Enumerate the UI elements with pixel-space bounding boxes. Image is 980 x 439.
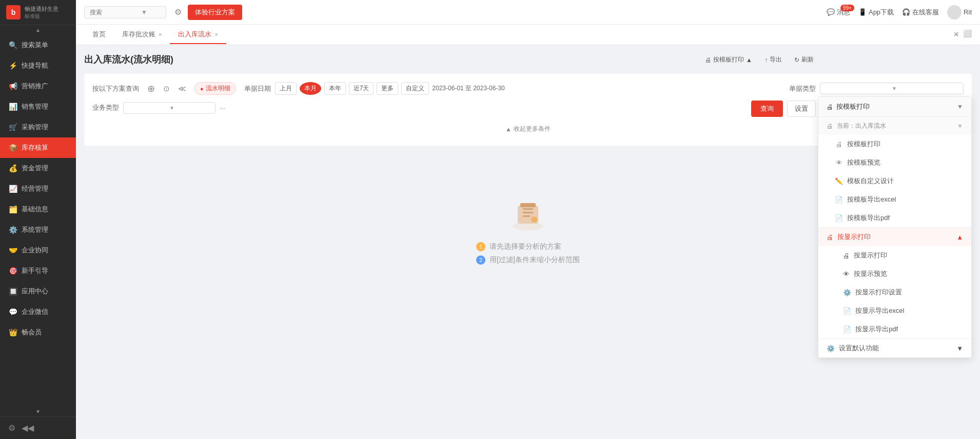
dropdown-header: 🖨 按模板打印 ▼ [818, 97, 971, 117]
sales-icon: 📊 [8, 102, 17, 111]
marketing-icon: 📢 [8, 82, 17, 91]
dropdown-sub-item-display-excel[interactable]: 📄 按显示导出excel [818, 302, 971, 320]
tab-batch[interactable]: 库存批次账 × [114, 26, 170, 44]
display-preview-sub-icon: 👁 [843, 270, 850, 278]
filter-business-type-field: 业务类型 ▼ ··· [92, 102, 225, 114]
guide-icon: 🎯 [8, 266, 17, 275]
app-download-btn[interactable]: 📱 App下载 [858, 8, 894, 17]
topbar-right: 💬 消息 99+ 📱 App下载 🎧 在线客服 Rit [827, 5, 972, 19]
step-1-num: 1 [476, 242, 485, 251]
sidebar-item-quick-nav[interactable]: ⚡ 快捷导航 [0, 55, 76, 76]
print-icon: 🖨 [827, 103, 833, 111]
refresh-icon: ↻ [794, 56, 799, 64]
sidebar-item-operation[interactable]: 📈 经营管理 [0, 178, 76, 199]
logo-text: 畅捷通好生意 标准版 [25, 5, 58, 19]
current-label-icon: 🖨 [827, 123, 833, 130]
print-dropdown-panel: 🖨 按模板打印 ▼ 🖨 当前：出入库流水 ▼ 🖨 按模板打印 [818, 96, 972, 358]
message-btn[interactable]: 💬 消息 99+ [827, 8, 850, 17]
close-window-icon[interactable]: × [953, 29, 959, 40]
sidebar-item-inventory[interactable]: 📦 库存核算 [0, 137, 76, 158]
sidebar-item-purchase[interactable]: 🛒 采购管理 [0, 117, 76, 137]
system-icon: ⚙️ [8, 225, 17, 234]
dropdown-item-template-print[interactable]: 🖨 按模板打印 [818, 135, 971, 153]
display-print-section-header[interactable]: 🖨 按显示打印 ▲ [818, 228, 971, 246]
tab-flow[interactable]: 出入库流水 × [170, 26, 226, 44]
tab-home[interactable]: 首页 [84, 26, 114, 44]
search-input[interactable] [90, 9, 141, 16]
date-btn-last-month[interactable]: 上月 [275, 82, 297, 95]
export-btn[interactable]: ↑ 导出 [760, 53, 786, 66]
tab-flow-close[interactable]: × [214, 31, 218, 37]
refresh-btn[interactable]: ↻ 刷新 [790, 53, 818, 66]
sidebar-item-search[interactable]: 🔍 搜索菜单 [0, 35, 76, 55]
dropdown-item-template-preview[interactable]: 👁 按模板预览 [818, 153, 971, 172]
search-box[interactable]: ▼ [84, 6, 166, 18]
date-btn-last-7-days[interactable]: 近7天 [349, 82, 374, 95]
topbar-gear-icon[interactable]: ⚙ [174, 7, 182, 17]
display-print-sub-icon: 🖨 [843, 252, 850, 260]
business-type-label: 业务类型 [92, 103, 119, 112]
template-print-arrow-up: ▲ [746, 56, 752, 64]
filter-add-icon[interactable]: ⊕ [147, 83, 155, 94]
template-print-btn[interactable]: 🖨 按模板打印 ▲ [701, 53, 756, 66]
template-pdf-item-icon: 📄 [835, 214, 843, 222]
doc-type-select[interactable]: ▼ [820, 83, 964, 94]
dropdown-item-template-excel[interactable]: 📄 按模板导出excel [818, 190, 971, 209]
filter-settings-icon[interactable]: ⊙ [163, 84, 170, 93]
industry-btn[interactable]: 体验行业方案 [188, 5, 242, 20]
tab-batch-close[interactable]: × [159, 31, 162, 37]
tabbar: 首页 库存批次账 × 出入库流水 × × ⬜ [76, 25, 980, 45]
svg-rect-4 [523, 212, 533, 213]
date-btn-this-year[interactable]: 本年 [324, 82, 346, 95]
sidebar-item-finance[interactable]: 💰 资金管理 [0, 158, 76, 178]
settings-bottom-icon[interactable]: ⚙ [8, 423, 15, 433]
online-service-btn[interactable]: 🎧 在线客服 [902, 8, 939, 17]
sidebar-item-app-center[interactable]: 🔲 应用中心 [0, 281, 76, 302]
dropdown-item-template-pdf[interactable]: 📄 按模板导出pdf [818, 209, 971, 227]
sidebar-item-marketing[interactable]: 📢 营销推广 [0, 76, 76, 96]
dropdown-sub-item-display-settings[interactable]: ⚙️ 按显示打印设置 [818, 283, 971, 302]
business-type-more-icon[interactable]: ··· [220, 104, 225, 112]
maximize-window-icon[interactable]: ⬜ [963, 29, 972, 40]
display-section-arrow: ▲ [956, 233, 963, 241]
tab-window-controls: × ⬜ [953, 29, 972, 40]
display-print-section: 🖨 按显示打印 ▲ 🖨 按显示打印 👁 按显示预览 ⚙️ [818, 227, 971, 338]
filter-tag-flow[interactable]: ● 流水明细 [194, 82, 236, 95]
display-settings-sub-icon: ⚙️ [843, 289, 851, 296]
empty-step-1: 1 请先选择要分析的方案 [476, 242, 580, 251]
query-button[interactable]: 查询 [751, 101, 783, 117]
collapse-sidebar-icon[interactable]: ◀◀ [22, 423, 34, 433]
date-btn-current-month[interactable]: 本月 [300, 82, 321, 95]
sidebar-item-sales[interactable]: 📊 销售管理 [0, 96, 76, 117]
sidebar-item-cooperation[interactable]: 🤝 企业协同 [0, 240, 76, 261]
message-icon: 💬 [827, 8, 835, 16]
svg-point-6 [531, 216, 537, 223]
sidebar-item-system[interactable]: ⚙️ 系统管理 [0, 220, 76, 240]
sidebar-item-guide[interactable]: 🎯 新手引导 [0, 261, 76, 281]
user-avatar-btn[interactable]: Rit [947, 5, 972, 19]
content-area: 出入库流水(流水明细) 🖨 按模板打印 ▲ ↑ 导出 ↻ 刷新 [76, 45, 980, 439]
sidebar-item-member[interactable]: 👑 畅会员 [0, 322, 76, 343]
current-label-arrow: ▼ [957, 123, 963, 130]
settings-button[interactable]: 设置 [787, 101, 816, 117]
sidebar-scroll-up[interactable]: ▲ [0, 25, 76, 35]
dropdown-item-template-custom[interactable]: ✏️ 模板自定义设计 [818, 172, 971, 190]
sidebar-item-basic[interactable]: 🗂️ 基础信息 [0, 199, 76, 220]
empty-steps: 1 请先选择要分析的方案 2 用[过滤]条件来缩小分析范围 [476, 242, 580, 265]
sidebar-item-wechat[interactable]: 💬 企业微信 [0, 302, 76, 322]
date-btn-custom[interactable]: 自定义 [401, 82, 429, 95]
page-title: 出入库流水(流水明细) [84, 53, 972, 66]
search-dropdown-icon[interactable]: ▼ [141, 9, 147, 16]
basic-icon: 🗂️ [8, 205, 17, 214]
dropdown-header-arrow[interactable]: ▼ [957, 103, 963, 110]
business-type-select[interactable]: ▼ [123, 102, 215, 114]
dropdown-footer[interactable]: ⚙️ 设置默认功能 ▼ [818, 338, 971, 357]
filter-date-field: 单据日期 上月 本月 本年 近7天 更多 自定义 2023-06-01 至 20… [244, 82, 505, 95]
sidebar-scroll-down[interactable]: ▼ [0, 407, 76, 416]
dropdown-sub-item-display-print[interactable]: 🖨 按显示打印 [818, 246, 971, 265]
date-btn-more[interactable]: 更多 [377, 82, 398, 95]
doc-type-label: 单据类型 [789, 84, 816, 93]
filter-collapse-icon[interactable]: ≪ [178, 84, 186, 93]
dropdown-sub-item-display-pdf[interactable]: 📄 按显示导出pdf [818, 320, 971, 338]
dropdown-sub-item-display-preview[interactable]: 👁 按显示预览 [818, 265, 971, 283]
